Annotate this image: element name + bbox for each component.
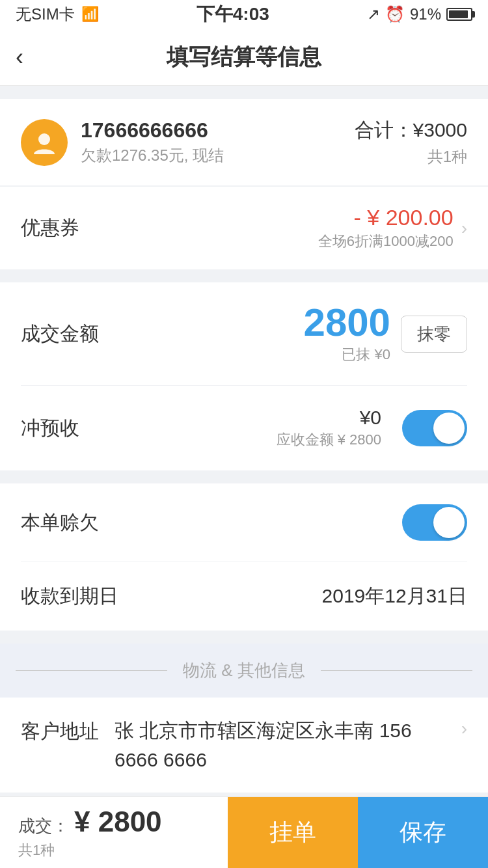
transaction-amount-sub: 已抹 ¥0 [304,345,390,364]
status-time: 下午4:03 [197,2,269,27]
prepayment-toggle[interactable] [402,410,467,446]
save-button[interactable]: 保存 [358,797,488,869]
prepayment-value-area: ¥0 应收金额 ¥ 2800 [277,407,467,450]
prepayment-amount: ¥0 [277,407,381,429]
credit-section: 本单赊欠 收款到期日 2019年12月31日 [0,483,488,631]
customer-phone: 17666666666 [81,118,224,142]
section-divider-3 [0,631,488,644]
prepayment-row: 冲预收 ¥0 应收金额 ¥ 2800 [21,386,467,470]
hold-button[interactable]: 挂单 [228,797,358,869]
coupon-discount-desc: 全场6折满1000减200 [318,232,454,251]
section-divider-2 [0,470,488,483]
prepayment-toggle-knob [433,413,465,444]
total-amount-value: ¥3000 [413,119,467,141]
wifi-icon: 📶 [81,6,99,23]
divider-line-left [16,670,167,671]
coupon-chevron-icon: › [461,218,467,239]
credit-note-toggle[interactable] [402,504,467,541]
credit-note-row: 本单赊欠 [21,483,467,562]
battery-percent: 91% [410,5,441,23]
address-value: 张 北京市市辖区海淀区永丰南 156 6666 6666 [115,716,454,774]
bottom-summary: 成交： ¥ 2800 共1种 [0,806,228,860]
customer-info: 17666666666 欠款1276.35元, 现结 [81,118,224,166]
svg-point-0 [38,133,50,145]
credit-note-toggle-knob [433,507,465,538]
prepayment-amounts: ¥0 应收金额 ¥ 2800 [277,407,381,450]
bottom-label: 成交： [18,815,69,837]
due-date-label: 收款到期日 [21,583,118,610]
customer-left: 17666666666 欠款1276.35元, 现结 [21,118,224,166]
coupon-row[interactable]: 优惠券 - ¥ 200.00 全场6折满1000减200 › [0,187,488,269]
credit-note-value-area [402,504,467,541]
prepayment-label: 冲预收 [21,415,79,442]
customer-total: 合计：¥3000 共1种 [355,117,467,167]
coupon-label: 优惠券 [21,215,79,241]
nav-bar: ‹ 填写结算等信息 [0,29,488,86]
section-divider-1 [0,269,488,282]
back-button[interactable]: ‹ [16,44,23,71]
logistics-label: 物流 & 其他信息 [183,659,305,682]
coupon-discount: - ¥ 200.00 全场6折满1000减200 [318,205,454,251]
bottom-amount: ¥ 2800 [74,806,162,838]
transaction-amount-row: 成交金额 2800 已抹 ¥0 抹零 [21,282,467,386]
location-icon: ↗ [367,5,380,23]
transaction-amount-value-area: 2800 已抹 ¥0 抹零 [304,303,467,364]
transaction-section: 成交金额 2800 已抹 ¥0 抹零 冲预收 ¥0 应收金额 ¥ 2800 [0,282,488,470]
transaction-amount-right: 2800 已抹 ¥0 [304,303,390,364]
status-right: ↗ ⏰ 91% [367,5,472,23]
status-left: 无SIM卡 📶 [16,4,99,25]
status-bar: 无SIM卡 📶 下午4:03 ↗ ⏰ 91% [0,0,488,29]
address-label: 客户地址 [21,716,99,745]
bottom-summary-main: 成交： ¥ 2800 [18,806,210,838]
total-count: 共1种 [355,146,467,167]
battery-fill [449,10,468,18]
due-date-value: 2019年12月31日 [322,583,467,610]
credit-note-label: 本单赊欠 [21,509,99,536]
coupon-right: - ¥ 200.00 全场6折满1000减200 › [318,205,467,251]
due-date-row: 收款到期日 2019年12月31日 [21,562,467,631]
page-title: 填写结算等信息 [167,42,321,72]
battery-icon [446,8,472,21]
round-zero-button[interactable]: 抹零 [401,316,467,353]
address-chevron-icon: › [461,716,467,739]
total-label: 合计： [355,119,413,141]
address-row[interactable]: 客户地址 张 北京市市辖区海淀区永丰南 156 6666 6666 › [0,698,488,793]
coupon-discount-amount: - ¥ 200.00 [318,205,454,230]
logistics-divider: 物流 & 其他信息 [0,644,488,698]
total-amount: 合计：¥3000 [355,117,467,144]
prepayment-sub: 应收金额 ¥ 2800 [277,430,381,450]
carrier-text: 无SIM卡 [16,4,75,25]
bottom-bar: 成交： ¥ 2800 共1种 挂单 保存 [0,796,488,868]
customer-debt: 欠款1276.35元, 现结 [81,145,224,166]
transaction-amount-label: 成交金额 [21,321,99,347]
divider-line-right [321,670,472,671]
bottom-count: 共1种 [18,841,210,860]
alarm-icon: ⏰ [385,5,405,23]
customer-card: 17666666666 欠款1276.35元, 现结 合计：¥3000 共1种 [0,99,488,185]
content-area: 17666666666 欠款1276.35元, 现结 合计：¥3000 共1种 … [0,86,488,868]
transaction-amount-big: 2800 [304,303,390,342]
avatar [21,119,68,166]
